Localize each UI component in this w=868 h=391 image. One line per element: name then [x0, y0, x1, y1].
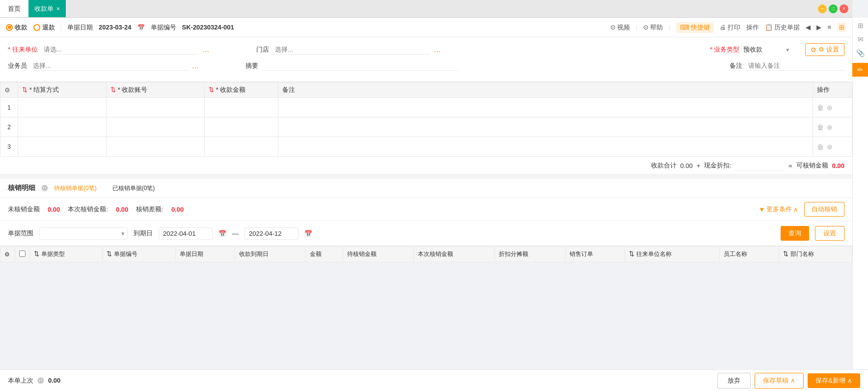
history-btn[interactable]: 📋 历史单据 [765, 23, 800, 32]
radio-receipt[interactable]: 收款 [6, 23, 27, 32]
date-to-input[interactable] [244, 227, 298, 240]
radio-group: 收款 退款 [6, 23, 55, 32]
th-account: ⇅ * 收款账号 [107, 83, 205, 98]
th-bottom-check[interactable] [15, 247, 30, 262]
form-area: * 往来单位 ... 门店 ... * 业务类型 预收款 ▾ ⚙ ⚙ 设置 业务… [0, 37, 852, 82]
th-dept-name: ⇅ 部门名称 [779, 247, 852, 262]
copy-icon-1[interactable]: ⊕ [827, 104, 833, 112]
account-cell-2[interactable] [107, 117, 205, 137]
operation-btn[interactable]: 操作 [746, 23, 759, 32]
business-type-dropdown[interactable]: ▾ [786, 46, 789, 54]
th-amount: ⇅ * 收款金额 [205, 83, 278, 98]
save-draft-label: 保存草稿 [763, 376, 788, 385]
store-dots[interactable]: ... [434, 45, 440, 54]
pending-tab[interactable]: 待核销单据(0笔) [54, 184, 97, 193]
sidebar-clip-icon[interactable]: 📎 [856, 49, 865, 57]
grid-view-btn[interactable]: ⊞ [837, 23, 846, 32]
date-from-input[interactable] [159, 227, 213, 240]
radio-refund-dot [33, 24, 40, 31]
account-cell-3[interactable] [107, 137, 205, 157]
save-new-btn[interactable]: 保存&新增 ∧ [808, 373, 860, 388]
th-partner-name: ⇅ 往来单位名称 [625, 247, 720, 262]
next-btn[interactable]: ▶ [816, 24, 821, 31]
video-btn[interactable]: ⊙ 视频 [610, 23, 630, 32]
settlement-cell-2[interactable] [18, 117, 107, 137]
delete-icon-2[interactable]: 🗑 [817, 123, 824, 131]
copy-icon-3[interactable]: ⊕ [827, 143, 833, 151]
staff-input[interactable] [31, 61, 188, 71]
copy-icon-2[interactable]: ⊕ [827, 123, 833, 131]
sidebar-table-icon[interactable]: ⊞ [858, 22, 864, 29]
right-sidebar: ⊞ ✉ 📎 ✏ [852, 18, 868, 369]
th-doc-type: ⇅ 单据类型 [30, 247, 103, 262]
discount-input[interactable] [735, 161, 785, 170]
done-tab[interactable]: 已核销单据(0笔) [112, 184, 155, 193]
action-cell-2: 🗑 ⊕ [813, 117, 852, 137]
window-controls: − □ × [818, 4, 852, 13]
tab-receipts[interactable]: 收款单 × [28, 0, 66, 17]
save-new-arrow-icon: ∧ [847, 377, 852, 384]
settlement-cell-3[interactable] [18, 137, 107, 157]
window-close-btn[interactable]: × [840, 4, 848, 13]
prev-btn[interactable]: ◀ [806, 24, 811, 31]
print-btn[interactable]: 🖨 打印 [720, 23, 740, 32]
shortcut-btn[interactable]: ⌨ 快捷键 [676, 22, 714, 33]
delete-icon-3[interactable]: 🗑 [817, 143, 824, 151]
history-label: 历史单据 [774, 23, 800, 32]
th-gear[interactable]: ⚙ [0, 83, 18, 98]
save-draft-btn[interactable]: 保存草稿 ∧ [755, 373, 804, 389]
select-all-checkbox[interactable] [19, 251, 26, 257]
list-view-btn[interactable]: ≡ [827, 24, 831, 31]
amount-header: * 收款金额 [216, 86, 246, 93]
settlement-cell-1[interactable] [18, 98, 107, 117]
setting-btn[interactable]: ⚙ ⚙ 设置 [805, 43, 844, 56]
reconcile-info-icon[interactable]: ⓘ [41, 185, 48, 192]
grid-icon: ⊞ [839, 24, 844, 31]
amount-cell-1[interactable] [205, 98, 278, 117]
window-maximize-btn[interactable]: □ [829, 4, 838, 13]
calendar-icon[interactable]: 📅 [137, 24, 145, 31]
amount-cell-2[interactable] [205, 117, 278, 137]
store-input[interactable] [273, 45, 430, 55]
receipt-table: ⚙ ⇅ * 结算方式 ⇅ * 收款账号 ⇅ * 收款金额 [0, 82, 852, 157]
note-cell-2[interactable] [278, 117, 813, 137]
table-row: 3 🗑 ⊕ [0, 137, 852, 157]
footer-info-icon[interactable]: ⓘ [37, 377, 44, 384]
help-btn[interactable]: ⊙ 帮助 [643, 23, 663, 32]
auto-reconcile-btn[interactable]: 自动核销 [804, 202, 844, 217]
query-setting-btn[interactable]: 设置 [815, 226, 844, 241]
equals-sign: = [788, 162, 792, 169]
note-cell-3[interactable] [278, 137, 813, 157]
staff-dots[interactable]: ... [192, 61, 198, 70]
summary-input[interactable] [262, 61, 459, 71]
window-minimize-btn[interactable]: − [818, 4, 827, 13]
sidebar-mail-icon[interactable]: ✉ [858, 35, 864, 43]
sidebar-edit-icon[interactable]: ✏ [852, 63, 868, 77]
action-icons-3: 🗑 ⊕ [817, 143, 848, 151]
note-cell-1[interactable] [278, 98, 813, 117]
cal-to-icon[interactable]: 📅 [304, 230, 312, 237]
cal-from-icon[interactable]: 📅 [218, 230, 226, 237]
note-input[interactable] [746, 61, 844, 71]
account-cell-1[interactable] [107, 98, 205, 117]
partner-input[interactable] [42, 45, 199, 55]
partner-dots[interactable]: ... [203, 45, 209, 54]
video-icon: ⊙ [610, 24, 616, 31]
total-label: 收款合计 [651, 161, 677, 170]
more-conditions-btn[interactable]: ▼ 更多条件 ∧ [759, 205, 798, 214]
range-select[interactable] [39, 227, 128, 240]
tab-home[interactable]: 首页 [0, 0, 28, 17]
business-type-label: * 业务类型 [710, 45, 740, 54]
abandon-btn[interactable]: 放弃 [717, 373, 751, 389]
account-header: * 收款账号 [118, 86, 148, 93]
delete-icon-1[interactable]: 🗑 [817, 104, 824, 112]
th-bottom-gear[interactable]: ⚙ [0, 247, 15, 262]
tab-close-icon[interactable]: × [56, 5, 60, 12]
radio-refund[interactable]: 退款 [33, 23, 55, 32]
discount-label: 现金折扣: [704, 161, 732, 170]
amount-cell-3[interactable] [205, 137, 278, 157]
plus-sign: + [697, 162, 701, 169]
row-num-2: 2 [0, 117, 18, 137]
reconcile-header: 核销明细 ⓘ 待核销单据(0笔) 已核销单据(0笔) [0, 179, 852, 198]
query-btn[interactable]: 查询 [781, 226, 809, 241]
